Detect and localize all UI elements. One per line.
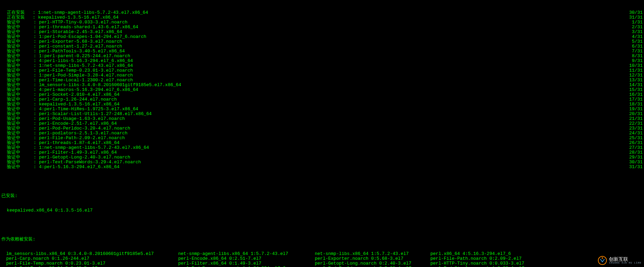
dependency-item: perl-Carp.noarch 0:1.26-244.el7 — [6, 256, 178, 261]
dependency-item: perl-Encode.x86_64 0:2.51-7.el7 — [178, 256, 315, 261]
dependency-item: perl-HTTP-Tiny.noarch 0:0.033-3.el7 — [430, 261, 568, 266]
progress-line: 验证中 : perl-threads-shared-1.43-6.el7.x86… — [1, 25, 643, 30]
dependency-item: perl-Getopt-Long.noarch 0:2.40-3.el7 — [315, 261, 430, 266]
progress-line: 验证中 : 4:perl-macros-5.16.3-294.el7_6.x86… — [1, 88, 643, 92]
progress-line: 验证中 : perl-Scalar-List-Utils-1.27-248.el… — [1, 112, 643, 116]
progress-line: 验证中 : 4:perl-Time-HiRes-1.9725-3.el7.x86… — [1, 107, 643, 112]
progress-line: 验证中 : perl-podlators-2.5.1-3.el7.noarch2… — [1, 131, 643, 136]
progress-line: 验证中 : keepalived-1.3.5-16.el7.x86_6418/3… — [1, 102, 643, 107]
logo-icon — [598, 256, 607, 265]
installed-header: 已安装: — [1, 194, 643, 198]
dependency-item: lm_sensors-libs.x86_64 0:3.4.0-8.2016060… — [6, 251, 178, 256]
progress-line: 验证中 : perl-HTTP-Tiny-0.033-3.el7.noarch1… — [1, 20, 643, 25]
progress-line: 验证中 : 1:perl-parent-0.225-244.el7.noarch… — [1, 54, 643, 59]
progress-line: 验证中 : perl-Getopt-Long-2.40-3.el7.noarch… — [1, 155, 643, 160]
progress-line: 验证中 : perl-Storable-2.45-3.el7.x86_643/3… — [1, 30, 643, 34]
progress-line: 验证中 : perl-Socket-2.010-4.el7.x86_6416/3… — [1, 92, 643, 97]
progress-line: 验证中 : 4:perl-5.16.3-294.el7_6.x86_6431/3… — [1, 165, 643, 170]
logo-brand: 创新互联 — [609, 257, 641, 261]
progress-line: 验证中 : perl-File-Temp-0.23.01-3.el7.noarc… — [1, 68, 643, 73]
progress-line: 验证中 : 1:net-snmp-agent-libs-5.7.2-43.el7… — [1, 145, 643, 150]
progress-line: 验证中 : perl-Encode-2.51-7.el7.x86_6422/31 — [1, 121, 643, 126]
progress-line: 验证中 : perl-Exporter-5.68-3.el7.noarch5/3… — [1, 39, 643, 44]
progress-line: 验证中 : perl-Pod-Usage-1.63-3.el7.noarch21… — [1, 116, 643, 121]
logo-sub: CHUANG XIN HU LIAN — [609, 261, 641, 264]
progress-line: 验证中 : 1:perl-Pod-Escapes-1.04-294.el7_6.… — [1, 34, 643, 39]
progress-line: 验证中 : perl-threads-1.87-4.el7.x86_6426/3… — [1, 141, 643, 145]
dependency-item: perl-Filter.x86_64 0:1.49-3.el7 — [178, 261, 315, 266]
progress-line: 验证中 : perl-Carp-1.26-244.el7.noarch17/31 — [1, 97, 643, 102]
progress-line: 验证中 : 1:perl-Pod-Simple-3.28-4.el7.noarc… — [1, 73, 643, 78]
dependency-item: perl.x86_64 4:5.16.3-294.el7_6 — [430, 251, 568, 256]
progress-line: 验证中 : perl-Time-Local-1.2300-2.el7.noarc… — [1, 78, 643, 83]
dependency-item: net-snmp-agent-libs.x86_64 1:5.7.2-43.el… — [178, 251, 315, 256]
svg-point-1 — [602, 257, 603, 259]
watermark-logo: 创新互联 CHUANG XIN HU LIAN — [598, 256, 641, 265]
progress-line: 验证中 : lm_sensors-libs-3.4.0-8.20160601gi… — [1, 83, 643, 88]
progress-line: 正在安装 : 1:net-snmp-agent-libs-5.7.2-43.el… — [1, 10, 643, 15]
dependency-header: 作为依赖被安装: — [1, 237, 643, 242]
dependency-item: perl-File-Path.noarch 0:2.09-2.el7 — [430, 256, 568, 261]
progress-line: 验证中 : 1:net-snmp-libs-5.7.2-43.el7.x86_6… — [1, 63, 643, 68]
dependency-item: net-snmp-libs.x86_64 1:5.7.2-43.el7 — [315, 251, 430, 256]
progress-line: 验证中 : perl-constant-1.27-2.el7.noarch6/3… — [1, 44, 643, 49]
progress-line: 验证中 : perl-Text-ParseWords-3.29-4.el7.no… — [1, 160, 643, 165]
progress-line: 验证中 : perl-Pod-Perldoc-3.20-4.el7.noarch… — [1, 126, 643, 131]
progress-line: 验证中 : 4:perl-libs-5.16.3-294.el7_6.x86_6… — [1, 59, 643, 63]
progress-line: 验证中 : perl-PathTools-3.40-5.el7.x86_647/… — [1, 49, 643, 54]
dependency-columns: lm_sensors-libs.x86_64 0:3.4.0-8.2016060… — [1, 251, 643, 267]
dependency-item: perl-File-Temp.noarch 0:0.23.01-3.el7 — [6, 261, 178, 266]
progress-line: 验证中 : perl-Filter-1.49-3.el7.x86_6428/31 — [1, 150, 643, 155]
installed-package: keepalived.x86_64 0:1.3.5-16.el7 — [1, 208, 643, 213]
progress-line: 正在安装 : keepalived-1.3.5-16.el7.x86_6431/… — [1, 15, 643, 20]
dependency-item: perl-Exporter.noarch 0:5.68-3.el7 — [315, 256, 430, 261]
terminal-output[interactable]: 正在安装 : 1:net-snmp-agent-libs-5.7.2-43.el… — [0, 0, 644, 267]
progress-line: 验证中 : perl-File-Path-2.09-2.el7.noarch25… — [1, 136, 643, 141]
